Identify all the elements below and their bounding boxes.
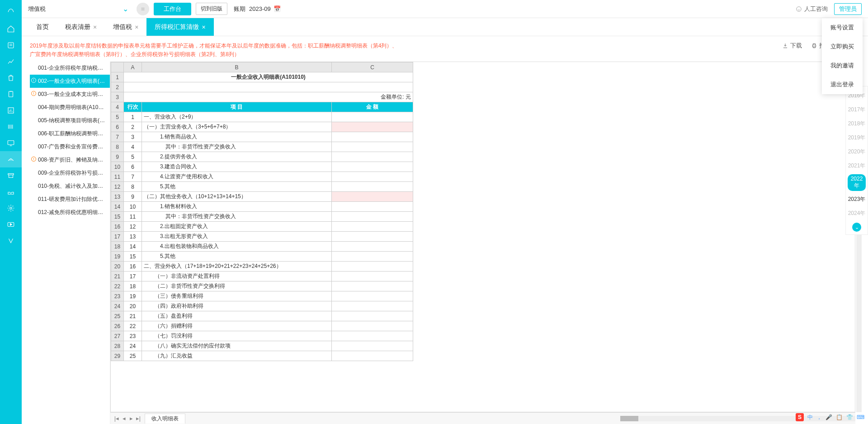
tax-type-selector[interactable]: 增值税 ⌄	[28, 5, 132, 13]
close-icon[interactable]: ×	[135, 24, 138, 31]
ime-mic-icon[interactable]: 🎤	[826, 414, 832, 420]
menu-logout[interactable]: 退出登录	[822, 75, 863, 94]
amount-cell[interactable]	[332, 172, 413, 182]
nav-ledger-icon[interactable]	[0, 37, 22, 53]
amount-cell[interactable]	[332, 301, 413, 311]
tab-income-tax[interactable]: 所得税汇算清缴×	[146, 18, 213, 36]
row-number: 19	[124, 291, 142, 301]
nav-bag-icon[interactable]	[0, 70, 22, 86]
nav-screen-icon[interactable]	[0, 135, 22, 151]
form-list-item[interactable]: !008-资产折旧、摊销及纳税…	[30, 153, 110, 167]
close-icon[interactable]: ×	[93, 24, 97, 31]
sheet-next-icon[interactable]: ▸	[127, 415, 135, 422]
amount-cell[interactable]	[332, 212, 413, 222]
nav-report-icon[interactable]	[0, 102, 22, 119]
amount-cell[interactable]	[332, 351, 413, 361]
nav-archive-icon[interactable]	[0, 167, 22, 184]
sheet-prev-icon[interactable]: ◂	[120, 415, 127, 422]
form-list-item[interactable]: 010-免税、减计收入及加计…	[30, 180, 110, 193]
form-list-item[interactable]: 007-广告费和业务宣传费跨…	[30, 140, 110, 153]
year-rail: 2016年2017年2018年2019年2020年2021年2022年2023年…	[845, 86, 868, 235]
ime-clipboard-icon[interactable]: 📋	[836, 414, 843, 420]
ime-lang[interactable]: 中	[807, 414, 813, 421]
amount-cell[interactable]	[332, 242, 413, 252]
ime-keyboard-icon[interactable]: ⌨	[857, 414, 864, 420]
year-item[interactable]: 2017年	[846, 103, 868, 116]
admin-button[interactable]: 管理员	[834, 3, 862, 15]
amount-cell[interactable]	[332, 202, 413, 212]
scrollbar-thumb[interactable]	[620, 416, 638, 421]
workbench-button[interactable]: 工作台	[154, 3, 191, 15]
row-number: 18	[124, 281, 142, 291]
amount-cell[interactable]	[332, 222, 413, 232]
menu-circle-button[interactable]	[137, 3, 149, 15]
amount-cell[interactable]	[332, 331, 413, 341]
form-list-item[interactable]: 006-职工薪酬纳税调整明细…	[30, 127, 110, 140]
menu-my-invites[interactable]: 我的邀请	[822, 56, 863, 75]
sheet-last-icon[interactable]: ▸|	[135, 415, 142, 422]
amount-cell[interactable]	[332, 321, 413, 331]
nav-chart-icon[interactable]	[0, 53, 22, 70]
amount-cell[interactable]	[332, 152, 413, 162]
nav-clipboard-icon[interactable]	[0, 86, 22, 102]
nav-tax-icon[interactable]	[0, 151, 22, 167]
amount-cell[interactable]	[332, 162, 413, 172]
year-expand-icon[interactable]: ⌄	[852, 223, 861, 232]
nav-v-icon[interactable]	[0, 233, 22, 249]
sheet-first-icon[interactable]: |◂	[113, 415, 120, 422]
nav-barcode-icon[interactable]	[0, 119, 22, 135]
amount-cell[interactable]	[332, 262, 413, 272]
tab-vat[interactable]: 增值税×	[105, 18, 146, 36]
amount-cell[interactable]	[332, 122, 413, 132]
year-item[interactable]: 2020年	[846, 145, 868, 158]
year-item[interactable]: 2022年	[848, 174, 866, 191]
tab-home[interactable]: 首页	[28, 18, 57, 36]
form-list-item[interactable]: 005-纳税调整项目明细表(A1…	[30, 114, 110, 127]
year-item[interactable]: 2021年	[846, 159, 868, 172]
form-list-item[interactable]: !002-一般企业收入明细表(A1…	[30, 75, 110, 88]
menu-account-settings[interactable]: 账号设置	[822, 18, 863, 37]
close-icon[interactable]: ×	[202, 24, 205, 31]
amount-cell[interactable]	[332, 291, 413, 301]
switch-old-button[interactable]: 切到旧版	[196, 3, 227, 15]
nav-home-icon[interactable]	[0, 21, 22, 37]
year-item[interactable]: 2019年	[846, 131, 868, 144]
item-cell: 2.出租固定资产收入	[142, 222, 332, 232]
amount-cell[interactable]	[332, 142, 413, 152]
year-item[interactable]: 2024年	[846, 207, 868, 220]
amount-cell[interactable]	[332, 132, 413, 142]
amount-cell[interactable]	[332, 341, 413, 351]
item-cell: （三）债务重组利得	[142, 291, 332, 301]
year-item[interactable]: 2023年	[846, 193, 868, 206]
ime-logo-icon[interactable]: S	[796, 413, 804, 421]
support-link[interactable]: 人工咨询	[796, 5, 828, 13]
menu-buy-now[interactable]: 立即购买	[822, 37, 863, 56]
nav-video-icon[interactable]	[0, 216, 22, 233]
amount-cell[interactable]	[332, 311, 413, 321]
sheet-scroll[interactable]: ABC1一般企业收入明细表(A101010)23金额单位: 元4行次项 目金 额…	[110, 62, 855, 412]
amount-cell[interactable]	[332, 192, 413, 202]
ime-skin-icon[interactable]: 👕	[846, 414, 853, 420]
calendar-icon[interactable]: 📅	[274, 5, 281, 12]
amount-cell[interactable]	[332, 281, 413, 291]
form-list-item[interactable]: 009-企业所得税弥补亏损明…	[30, 167, 110, 180]
nav-settings-icon[interactable]	[0, 200, 22, 216]
nav-inbox-icon[interactable]	[0, 184, 22, 200]
form-list-item[interactable]: 004-期间费用明细表(A1040…	[30, 101, 110, 114]
amount-cell[interactable]	[332, 182, 413, 192]
download-button[interactable]: 下载	[782, 42, 802, 50]
amount-cell[interactable]	[332, 272, 413, 281]
item-cell: 3.出租无形资产收入	[142, 232, 332, 242]
amount-cell[interactable]	[332, 252, 413, 262]
tab-tax-list[interactable]: 税表清册×	[57, 18, 105, 36]
year-item[interactable]: 2018年	[846, 117, 868, 130]
form-list-item[interactable]: !003-一般企业成本支出明细…	[30, 88, 110, 101]
ime-punct-icon[interactable]: ，	[816, 414, 822, 421]
form-list-item[interactable]: 012-减免所得税优惠明细表(…	[30, 206, 110, 219]
sheet-tab[interactable]: 收入明细表	[145, 414, 185, 424]
amount-cell[interactable]	[332, 232, 413, 242]
form-list-label: 007-广告费和业务宣传费跨…	[38, 143, 108, 150]
form-list-item[interactable]: 001-企业所得税年度纳税申…	[30, 62, 110, 75]
amount-cell[interactable]	[332, 112, 413, 122]
form-list-item[interactable]: 011-研发费用加计扣除优惠…	[30, 193, 110, 206]
